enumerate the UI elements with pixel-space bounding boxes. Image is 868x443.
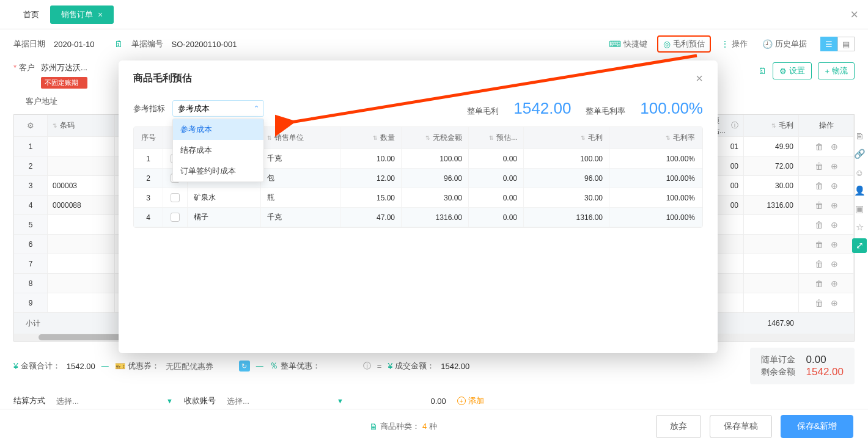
close-icon[interactable]: × <box>696 71 703 86</box>
cell-amt: 96.00 <box>402 169 469 188</box>
cell-amt: 1316.00 <box>402 208 469 227</box>
dropdown-option[interactable]: 订单签约时成本 <box>173 161 263 181</box>
cell-name: 橘子 <box>188 208 261 227</box>
total-rate: 100.00% <box>640 99 703 118</box>
cell-est: 0.00 <box>469 149 524 168</box>
mcol-prof[interactable]: ⇅毛利 <box>524 127 609 148</box>
cell-qty: 12.00 <box>340 169 402 188</box>
cell-amt: 30.00 <box>402 188 469 207</box>
cell-seq: 1 <box>134 149 163 168</box>
cell-prof: 30.00 <box>524 188 609 207</box>
cell-est: 0.00 <box>469 169 524 188</box>
cell-rate: 100.00% <box>609 208 701 227</box>
mcol-qty[interactable]: ⇅数量 <box>340 127 402 148</box>
dropdown-list: 参考成本结存成本订单签约时成本 <box>172 119 264 182</box>
table-row[interactable]: 3 矿泉水 瓶 15.00 30.00 0.00 30.00 100.00% <box>134 188 702 208</box>
checkbox[interactable] <box>171 213 180 222</box>
mcol-seq[interactable]: 序号 <box>134 127 163 148</box>
cell-prof: 100.00 <box>524 149 609 168</box>
cell-seq: 4 <box>134 208 163 227</box>
metric-label: 参考指标 <box>133 103 165 114</box>
cell-unit: 千克 <box>261 149 340 168</box>
cell-est: 0.00 <box>469 208 524 227</box>
modal-title: 商品毛利预估 <box>133 72 192 85</box>
metric-dropdown[interactable]: ⌃ 参考成本结存成本订单签约时成本 <box>172 100 264 117</box>
cell-amt: 100.00 <box>402 149 469 168</box>
checkbox[interactable] <box>171 193 180 202</box>
table-row[interactable]: 4 橘子 千克 47.00 1316.00 0.00 1316.00 100.0… <box>134 208 702 227</box>
cell-unit: 千克 <box>261 208 340 227</box>
cell-unit: 瓶 <box>261 188 340 207</box>
modal-summary: 整单毛利 1542.00 整单毛利率 100.00% <box>467 99 703 118</box>
cell-check[interactable] <box>163 188 188 207</box>
cell-seq: 3 <box>134 188 163 207</box>
cell-est: 0.00 <box>469 188 524 207</box>
dropdown-option[interactable]: 结存成本 <box>173 140 263 161</box>
cell-check[interactable] <box>163 208 188 227</box>
modal-header: 商品毛利预估 × <box>119 60 718 93</box>
cell-prof: 1316.00 <box>524 208 609 227</box>
mcol-amt[interactable]: ⇅无税金额 <box>402 127 469 148</box>
dropdown-option[interactable]: 参考成本 <box>173 119 263 140</box>
cell-rate: 100.00% <box>609 169 701 188</box>
cell-rate: 100.00% <box>609 188 701 207</box>
cell-rate: 100.00% <box>609 149 701 168</box>
modal-mask: 商品毛利预估 × 参考指标 ⌃ 参考成本结存成本订单签约时成本 整单毛利 154… <box>0 0 868 443</box>
profit-modal: 商品毛利预估 × 参考指标 ⌃ 参考成本结存成本订单签约时成本 整单毛利 154… <box>119 60 718 353</box>
total-profit: 1542.00 <box>513 99 571 118</box>
cell-qty: 15.00 <box>340 188 402 207</box>
mcol-unit[interactable]: ⇅销售单位 <box>261 127 340 148</box>
cell-qty: 47.00 <box>340 208 402 227</box>
mcol-rate[interactable]: ⇅毛利率 <box>609 127 701 148</box>
cell-unit: 包 <box>261 169 340 188</box>
metric-input[interactable] <box>172 100 264 117</box>
mcol-est[interactable]: ⇅预估... <box>469 127 524 148</box>
cell-qty: 10.00 <box>340 149 402 168</box>
cell-prof: 96.00 <box>524 169 609 188</box>
cell-name: 矿泉水 <box>188 188 261 207</box>
modal-controls: 参考指标 ⌃ 参考成本结存成本订单签约时成本 整单毛利 1542.00 整单毛利… <box>119 93 718 126</box>
chevron-up-icon[interactable]: ⌃ <box>254 104 259 112</box>
cell-seq: 2 <box>134 169 163 188</box>
